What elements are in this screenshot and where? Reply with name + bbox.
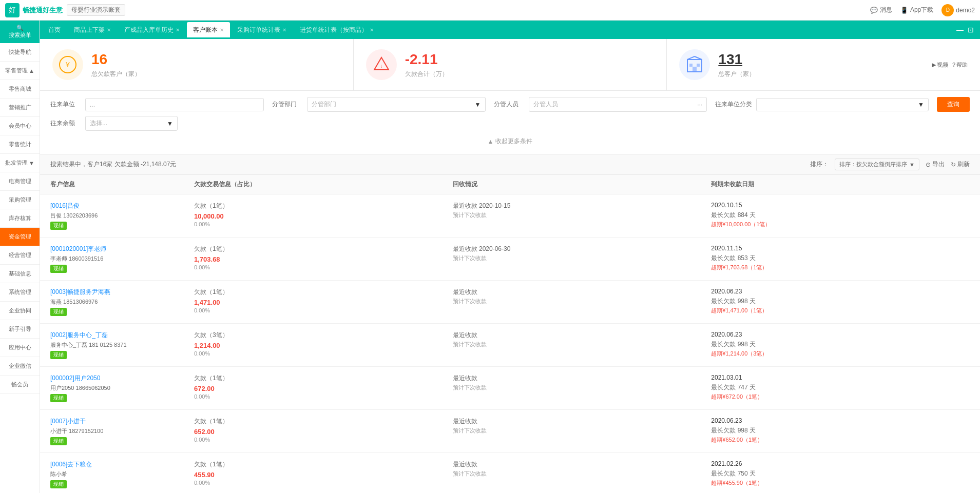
balance-select[interactable]: 选择... ▼ [85, 116, 178, 131]
sidebar-item-system[interactable]: 系统管理 [0, 283, 40, 302]
close-icon[interactable]: ✕ [220, 27, 224, 33]
sidebar-item-members[interactable]: 畅会员 [0, 376, 40, 394]
tab-stock-stats[interactable]: 进货单统计表（按商品） ✕ [294, 22, 380, 37]
tab-production-history[interactable]: 产成品入库单历史 ✕ [118, 22, 186, 37]
close-icon[interactable]: ✕ [370, 27, 374, 33]
filter-row-1: 往来单位 ... 分管部门 分管部门 ▼ 分管人员 [50, 97, 970, 112]
minimize-icon[interactable]: — [956, 26, 964, 34]
customer-name[interactable]: [000002]用户2050 [50, 374, 194, 383]
video-btn[interactable]: ▶ 视频 [932, 61, 948, 69]
sidebar-item-member[interactable]: 会员中心 [0, 117, 40, 135]
sidebar-item-enterprise[interactable]: 企业协同 [0, 302, 40, 320]
customer-name[interactable]: [0016]吕俊 [50, 202, 194, 210]
close-icon[interactable]: ✕ [107, 27, 111, 33]
sidebar-item-operations[interactable]: 经营管理 [0, 246, 40, 265]
refresh-btn[interactable]: ↻ 刷新 [951, 160, 970, 169]
customer-name[interactable]: [0002]服务中心_丁磊 [50, 331, 194, 340]
sidebar-item-marketing[interactable]: 营销推广 [0, 98, 40, 117]
overdue-amount-link[interactable]: 超期¥455.90（1笔） [711, 479, 970, 487]
source-unit-input[interactable]: ... [85, 98, 264, 111]
app-download-button[interactable]: 📱 App下载 [900, 6, 933, 14]
customer-phone: 用户2050 18665062050 [50, 384, 194, 392]
stat-info-total-customers: 131 总客户（家） [718, 51, 755, 79]
overdue-amount-link[interactable]: 超期¥672.00（1笔） [711, 393, 970, 401]
sidebar-item-batch-mgmt[interactable]: 批发管理 ▼ [0, 154, 40, 172]
customer-tag: 现销 [50, 265, 67, 273]
department-label: 分管部门 [272, 100, 303, 109]
overdue-amount-link[interactable]: 超期¥1,703.68（1笔） [711, 264, 970, 271]
close-icon[interactable]: ✕ [176, 27, 180, 33]
close-icon[interactable]: ✕ [282, 27, 286, 33]
debt-info: 欠款（1笔） 455.90 0.00% [194, 460, 453, 486]
collapse-btn[interactable]: ▲ 收起更多条件 [50, 135, 970, 148]
overdue-info: 2021.03.01 最长欠款 747 天 超期¥672.00（1笔） [711, 374, 970, 401]
video-icon: ▶ [932, 62, 936, 68]
tab-product-status[interactable]: 商品上下架 ✕ [68, 22, 117, 37]
tab-label: 采购订单统计表 [237, 26, 280, 34]
tab-bar-actions: — ⊡ [956, 26, 978, 34]
phone-icon: 📱 [900, 7, 908, 14]
result-bar: 搜索结果中，客户16家 欠款金额 -21,148.07元 排序： 排序：按欠款金… [40, 154, 980, 175]
sidebar-item-apps[interactable]: 应用中心 [0, 339, 40, 357]
unit-category-select[interactable]: ▼ [756, 98, 929, 111]
balance-label: 往来余额 [50, 119, 81, 128]
overdue-amount-link[interactable]: 超期¥10,000.00（1笔） [711, 221, 970, 228]
customer-info: [0001020001]李老师 李老师 18600391516 现销 [50, 245, 194, 273]
customer-name[interactable]: [0003]畅捷服务尹海燕 [50, 288, 194, 297]
sidebar-item-quick-nav[interactable]: 快捷导航 [0, 43, 40, 62]
debt-count: 欠款（1笔） [194, 202, 453, 210]
svg-rect-6 [697, 64, 700, 67]
customer-tag: 现销 [50, 437, 67, 445]
filter-manager: 分管人员 分管人员 ··· [494, 97, 707, 112]
stat-card-actions: ▶ 视频 ? 帮助 [932, 61, 968, 69]
sidebar-item-newbie[interactable]: 新手引导 [0, 320, 40, 339]
total-customers-label: 总客户（家） [718, 70, 755, 78]
svg-rect-7 [693, 67, 697, 72]
export-btn[interactable]: ⊙ 导出 [926, 160, 945, 169]
sidebar-item-inventory[interactable]: 库存核算 [0, 209, 40, 228]
help-btn[interactable]: ? 帮助 [952, 61, 968, 69]
sidebar-item-retail-stats[interactable]: 零售统计 [0, 135, 40, 154]
customer-name[interactable]: [0001020001]李老师 [50, 245, 194, 253]
sidebar: 🔍 搜索菜单 快捷导航 零售管理 ▲ 零售商城 营销推广 会员中心 零售统计 批… [0, 21, 40, 493]
data-table: 客户信息 欠款交易信息（占比） 回收情况 到期未收款日期 [0016]吕俊 吕俊… [40, 175, 980, 493]
department-select[interactable]: 分管部门 ▼ [307, 97, 486, 112]
overdue-amount-link[interactable]: 超期¥1,214.00（3笔） [711, 350, 970, 358]
overdue-info: 2020.10.15 最长欠款 884 天 超期¥10,000.00（1笔） [711, 202, 970, 228]
overdue-info: 2020.06.23 最长欠款 998 天 超期¥1,471.00（1笔） [711, 288, 970, 314]
sidebar-item-ecommerce[interactable]: 电商管理 [0, 172, 40, 191]
total-debt-label: 欠款合计（万） [405, 70, 448, 78]
sidebar-item-retail-mgmt[interactable]: 零售管理 ▲ [0, 62, 40, 80]
tab-customer-account[interactable]: 客户账本 ✕ [187, 22, 230, 37]
table-row: [0006]去下粮仓 陈小希 现销 欠款（1笔） 455.90 0.00% 最近… [40, 453, 980, 493]
return-info: 最近收款 预计下次收款 [453, 460, 712, 478]
header-return-status: 回收情况 [453, 180, 712, 189]
message-button[interactable]: 💬 消息 [870, 6, 892, 14]
filter-unit-category: 往来单位分类 ▼ [715, 98, 929, 111]
sidebar-item-retail-store[interactable]: 零售商城 [0, 80, 40, 98]
stat-info-total-debt: -2.11 欠款合计（万） [405, 51, 448, 79]
sidebar-item-basic-info[interactable]: 基础信息 [0, 265, 40, 283]
sidebar-item-purchase[interactable]: 采购管理 [0, 191, 40, 209]
customer-name[interactable]: [0006]去下粮仓 [50, 460, 194, 469]
maximize-icon[interactable]: ⊡ [968, 26, 974, 34]
overdue-amount-link[interactable]: 超期¥652.00（1笔） [711, 436, 970, 444]
tab-home[interactable]: 首页 [42, 22, 67, 37]
sidebar-search-btn[interactable]: 🔍 搜索菜单 [0, 21, 40, 43]
user-menu[interactable]: D demo2 [941, 4, 975, 16]
tab-purchase-order[interactable]: 采购订单统计表 ✕ [231, 22, 293, 37]
customer-name[interactable]: [0007]小进干 [50, 417, 194, 426]
top-bar: 好 畅捷通好生意 母婴行业演示账套 💬 消息 📱 App下载 D demo2 [0, 0, 980, 21]
sidebar-item-wechat[interactable]: 企业微信 [0, 357, 40, 376]
sort-select[interactable]: 排序：按欠款金额倒序排序 ▼ [835, 159, 919, 170]
debt-info: 欠款（1笔） 10,000.00 0.00% [194, 202, 453, 227]
store-name[interactable]: 母婴行业演示账套 [67, 4, 125, 16]
table-row: [0003]畅捷服务尹海燕 海燕 18513066976 现销 欠款（1笔） 1… [40, 281, 980, 324]
svg-rect-5 [689, 64, 693, 67]
search-button[interactable]: 查询 [937, 97, 970, 112]
overdue-amount-link[interactable]: 超期¥1,471.00（1笔） [711, 307, 970, 314]
manager-input[interactable]: 分管人员 ··· [529, 97, 707, 112]
customer-phone: 服务中心_丁磊 181 0125 8371 [50, 341, 194, 349]
sidebar-item-finance[interactable]: 资金管理 [0, 228, 40, 246]
customer-info: [0006]去下粮仓 陈小希 现销 [50, 460, 194, 488]
